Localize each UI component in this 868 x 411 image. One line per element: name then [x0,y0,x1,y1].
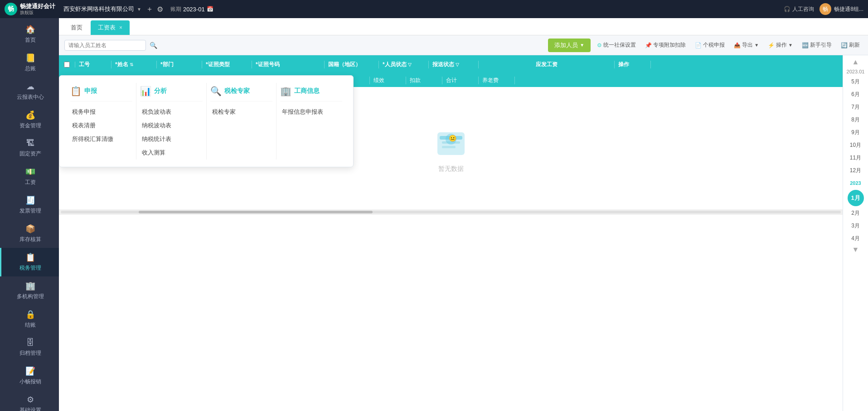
menu-item-tax-expert[interactable]: 税检专家 [210,105,272,119]
sidebar-item-payroll[interactable]: 💵 工资 [0,162,59,191]
cal-month-8[interactable]: 8月 [846,114,866,126]
logo: 畅 畅捷通好会计 旗舰版 [5,3,59,15]
tab-close-button[interactable]: × [119,24,122,31]
sidebar-label-basic-settings: 基础设置 [19,406,41,411]
cal-month-2[interactable]: 2月 [846,207,866,219]
export-label: 导出 [742,41,753,49]
tab-payroll-table[interactable]: 工资表 × [91,20,130,35]
operations-action[interactable]: ⚡ 操作 ▼ [765,39,795,51]
menu-item-income-forecast[interactable]: 收入测算 [140,146,202,160]
th-pension: 养老费 [479,77,515,84]
sidebar-item-basic-settings[interactable]: ⚙ 基础设置 [0,390,59,411]
calendar-up-button[interactable]: ▲ [851,57,860,67]
menu-item-annual-report[interactable]: 年报信息申报表 [280,105,342,119]
search-input[interactable] [64,40,146,51]
add-people-label: 添加人员 [554,41,578,49]
th-dept: *部门 [157,61,202,68]
cal-month-active-1[interactable]: 1月 [848,190,864,206]
social-security-action[interactable]: ⚙ 统一社保设置 [594,39,639,51]
sidebar-item-archive[interactable]: 🗄 归档管理 [0,334,59,362]
new-guide-action[interactable]: 🆕 新手引导 [799,39,834,51]
sidebar-item-funds[interactable]: 💰 资金管理 [0,106,59,134]
th-report-status[interactable]: 报送状态 ▽ [429,61,479,68]
scroll-track [61,211,841,213]
calendar-down-button[interactable]: ▼ [851,245,860,255]
th-status[interactable]: *人员状态 ▽ [379,61,429,68]
sidebar-item-invoice[interactable]: 🧾 发票管理 [0,191,59,219]
declaration-section-title: 申报 [84,87,97,95]
sidebar-item-fixed-assets[interactable]: 🏗 固定资产 [0,134,59,162]
calendar-icon[interactable]: 📅 [207,6,213,12]
refresh-action[interactable]: 🔄 刷新 [838,39,863,51]
th-performance: 绩效 [370,77,406,84]
menu-item-tax-burden-fluctuation[interactable]: 税负波动表 [140,105,202,119]
th-checkbox[interactable] [59,62,75,68]
sidebar-item-xiao-report[interactable]: 📝 小畅报销 [0,362,59,390]
cal-month-6[interactable]: 6月 [846,88,866,100]
cal-month-11[interactable]: 11月 [846,152,866,164]
service-label: 人工咨询 [792,5,814,13]
export-dropdown-icon: ▼ [754,43,759,48]
content-area: 首页 工资表 × 🔍 添加人员 ▼ ⚙ 统一社保设置 📌 专项附加扣除 [59,18,868,411]
sidebar-label-funds: 资金管理 [19,122,41,130]
sidebar-label-payroll: 工资 [25,179,36,186]
sidebar-label-ledger: 总账 [25,65,36,73]
horizontal-scrollbar[interactable] [59,209,843,215]
tab-payroll-label: 工资表 [98,24,116,32]
menu-item-tax-statistics[interactable]: 纳税统计表 [140,132,202,146]
sidebar-label-tax: 税务管理 [19,264,41,272]
inventory-icon: 📦 [25,224,35,234]
cal-month-10[interactable]: 10月 [846,139,866,151]
company-selector[interactable]: 西安虾米网络科技有限公司 ▼ [63,5,141,13]
empty-text: 暂无数据 [438,165,464,173]
tax-icon: 📋 [25,252,35,262]
service-button[interactable]: 🎧 人工咨询 [784,5,814,13]
cal-month-7[interactable]: 7月 [846,101,866,113]
sidebar-item-cloud-report[interactable]: ☁ 云报表中心 [0,77,59,106]
cal-year-current: 2023 [846,177,866,189]
cal-month-3[interactable]: 3月 [846,220,866,232]
menu-item-income-tax-settle[interactable]: 所得税汇算清缴 [70,132,132,146]
cal-year-2023-before: 2023.01 [847,69,865,74]
th-id: 工号 [75,61,112,68]
menu-item-tax-payment-fluctuation[interactable]: 纳税波动表 [140,119,202,132]
menu-item-tax-table[interactable]: 税表清册 [70,119,132,132]
business-info-section-icon: 🏢 [280,86,291,97]
special-deduction-action[interactable]: 📌 专项附加扣除 [642,39,689,51]
operations-icon: ⚡ [768,42,775,48]
app-title: 畅捷通好会计 [20,3,55,10]
top-bar-actions: ＋ ⚙ [146,5,163,14]
scroll-thumb[interactable] [139,211,373,213]
tab-home[interactable]: 首页 [63,20,90,35]
search-button[interactable]: 🔍 [150,42,157,49]
cal-month-5[interactable]: 5月 [846,76,866,87]
th-name[interactable]: *姓名 ⇅ [112,61,157,68]
top-bar-right: 🎧 人工咨询 畅 畅捷通8组... [784,3,863,15]
empty-state-illustration: 😐 [431,123,471,160]
filter-status-icon: ▽ [408,62,412,67]
sidebar-item-multi-org[interactable]: 🏢 多机构管理 [0,276,59,305]
cal-month-12[interactable]: 12月 [846,164,866,176]
cal-month-4[interactable]: 4月 [846,232,866,244]
sidebar-item-closing[interactable]: 🔒 结账 [0,305,59,334]
add-company-button[interactable]: ＋ [146,5,153,14]
th-cert-type: *证照类型 [202,61,252,68]
menu-section-declaration-header: 📋 申报 [70,83,132,102]
menu-item-tax-declaration[interactable]: 税务申报 [70,105,132,119]
sidebar-item-home[interactable]: 🏠 首页 [0,20,59,48]
cal-month-9[interactable]: 9月 [846,126,866,138]
sidebar-item-tax[interactable]: 📋 税务管理 [0,248,59,276]
tax-return-action[interactable]: 📄 个税申报 [692,39,727,51]
period-value: 2023-01 [183,6,205,13]
tax-return-icon: 📄 [695,42,702,48]
settings-icon[interactable]: ⚙ [157,5,163,14]
sidebar-item-ledger[interactable]: 📒 总账 [0,48,59,77]
select-all-checkbox[interactable] [64,62,70,68]
fixed-assets-icon: 🏗 [26,139,34,148]
sidebar-item-inventory[interactable]: 📦 库存核算 [0,219,59,248]
add-people-button[interactable]: 添加人员 ▼ [548,39,591,52]
menu-section-tax-expert: 🔍 税检专家 税检专家 [207,83,276,160]
menu-section-business-info-header: 🏢 工商信息 [280,83,342,102]
toolbar: 🔍 添加人员 ▼ ⚙ 统一社保设置 📌 专项附加扣除 📄 个税申报 📤 导出 ▼ [59,35,868,55]
export-action[interactable]: 📤 导出 ▼ [731,39,761,51]
